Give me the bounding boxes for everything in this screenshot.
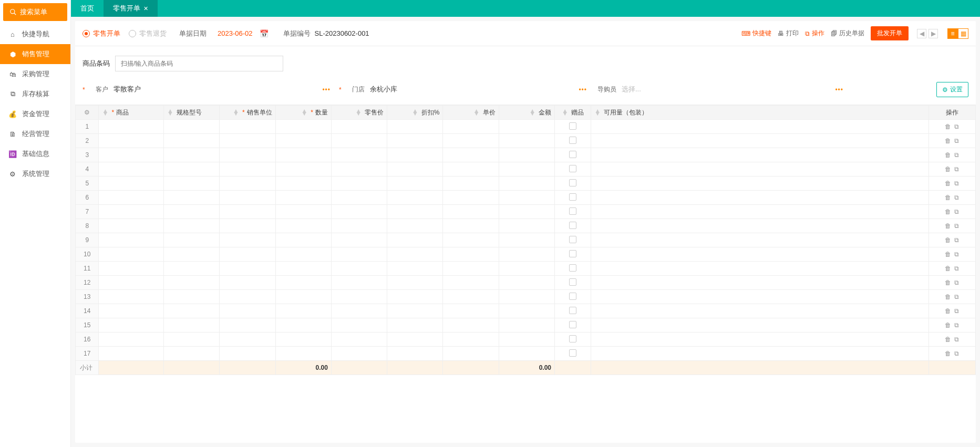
cell-retail[interactable] [331, 347, 387, 361]
cell-qty[interactable] [275, 205, 331, 219]
cell-qty[interactable] [275, 176, 331, 191]
cell-available[interactable] [591, 276, 929, 290]
cell-amount[interactable] [499, 318, 554, 332]
cell-qty[interactable] [275, 262, 331, 276]
cell-qty[interactable] [275, 191, 331, 205]
cell-gift[interactable] [555, 162, 591, 176]
cell-discount[interactable] [387, 247, 443, 262]
copy-row-icon[interactable]: ⧉ [954, 279, 959, 286]
search-menu-button[interactable]: 搜索菜单 [3, 3, 67, 21]
cell-qty[interactable] [275, 148, 331, 162]
cell-available[interactable] [591, 318, 929, 332]
delete-row-icon[interactable]: 🗑 [945, 336, 951, 343]
cell-unit[interactable] [220, 120, 275, 134]
cell-gift[interactable] [555, 176, 591, 191]
delete-row-icon[interactable]: 🗑 [945, 293, 951, 300]
table-row[interactable]: 5🗑⧉ [76, 176, 976, 191]
menu-item-6[interactable]: 🆔基础信息 [0, 144, 70, 164]
cell-gift[interactable] [555, 262, 591, 276]
cell-qty[interactable] [275, 120, 331, 134]
tab-0[interactable]: 首页 [71, 0, 104, 17]
cell-amount[interactable] [499, 276, 554, 290]
cell-available[interactable] [591, 134, 929, 148]
gift-checkbox[interactable] [569, 321, 576, 328]
prev-record-button[interactable]: ◀ [917, 29, 926, 38]
th-qty[interactable]: ▲▼*数量 [275, 106, 331, 120]
cell-product[interactable] [99, 219, 164, 233]
cell-amount[interactable] [499, 219, 554, 233]
store-more-icon[interactable]: ••• [574, 86, 591, 93]
gift-checkbox[interactable] [569, 151, 576, 158]
cell-unit[interactable] [220, 233, 275, 247]
cell-discount[interactable] [387, 148, 443, 162]
radio-1[interactable]: 零售退货 [129, 29, 167, 38]
th-product[interactable]: ▲▼*商品 [99, 106, 164, 120]
cell-available[interactable] [591, 304, 929, 318]
cell-spec[interactable] [164, 148, 220, 162]
cell-uprice[interactable] [443, 347, 499, 361]
gift-checkbox[interactable] [569, 193, 576, 201]
cell-retail[interactable] [331, 134, 387, 148]
table-row[interactable]: 14🗑⧉ [76, 304, 976, 318]
cell-unit[interactable] [220, 162, 275, 176]
cell-product[interactable] [99, 247, 164, 262]
cell-retail[interactable] [331, 176, 387, 191]
cell-spec[interactable] [164, 247, 220, 262]
cell-qty[interactable] [275, 318, 331, 332]
customer-field[interactable]: * 客户 零散客户 ••• [82, 82, 335, 97]
cell-unit[interactable] [220, 205, 275, 219]
delete-row-icon[interactable]: 🗑 [945, 151, 951, 159]
view-list-button[interactable]: ≡ [947, 28, 958, 39]
table-row[interactable]: 8🗑⧉ [76, 219, 976, 233]
gift-checkbox[interactable] [569, 335, 576, 342]
th-retail[interactable]: ▲▼零售价 [331, 106, 387, 120]
cell-discount[interactable] [387, 276, 443, 290]
cell-discount[interactable] [387, 290, 443, 304]
cell-uprice[interactable] [443, 148, 499, 162]
copy-row-icon[interactable]: ⧉ [954, 208, 959, 215]
cell-product[interactable] [99, 191, 164, 205]
cell-qty[interactable] [275, 347, 331, 361]
cell-amount[interactable] [499, 304, 554, 318]
cell-uprice[interactable] [443, 276, 499, 290]
gift-checkbox[interactable] [569, 222, 576, 229]
cell-uprice[interactable] [443, 120, 499, 134]
cell-uprice[interactable] [443, 162, 499, 176]
cell-spec[interactable] [164, 262, 220, 276]
delete-row-icon[interactable]: 🗑 [945, 222, 951, 230]
table-row[interactable]: 17🗑⧉ [76, 347, 976, 361]
table-row[interactable]: 7🗑⧉ [76, 205, 976, 219]
cell-unit[interactable] [220, 347, 275, 361]
cell-spec[interactable] [164, 219, 220, 233]
delete-row-icon[interactable]: 🗑 [945, 137, 951, 144]
radio-0[interactable]: 零售开单 [82, 29, 120, 38]
cell-amount[interactable] [499, 134, 554, 148]
cell-spec[interactable] [164, 176, 220, 191]
cell-product[interactable] [99, 148, 164, 162]
tab-1[interactable]: 零售开单✕ [104, 0, 158, 17]
cell-spec[interactable] [164, 205, 220, 219]
copy-row-icon[interactable]: ⧉ [954, 307, 959, 315]
cell-product[interactable] [99, 205, 164, 219]
cell-available[interactable] [591, 332, 929, 347]
cell-uprice[interactable] [443, 219, 499, 233]
gift-checkbox[interactable] [569, 137, 576, 144]
cell-unit[interactable] [220, 134, 275, 148]
cell-unit[interactable] [220, 219, 275, 233]
cell-unit[interactable] [220, 304, 275, 318]
delete-row-icon[interactable]: 🗑 [945, 165, 951, 173]
cell-available[interactable] [591, 290, 929, 304]
cell-spec[interactable] [164, 276, 220, 290]
th-unit[interactable]: ▲▼*销售单位 [220, 106, 275, 120]
gift-checkbox[interactable] [569, 250, 576, 257]
cell-gift[interactable] [555, 233, 591, 247]
cell-unit[interactable] [220, 191, 275, 205]
gift-checkbox[interactable] [569, 264, 576, 272]
cell-discount[interactable] [387, 304, 443, 318]
cell-uprice[interactable] [443, 191, 499, 205]
cell-retail[interactable] [331, 247, 387, 262]
cell-gift[interactable] [555, 247, 591, 262]
cell-available[interactable] [591, 247, 929, 262]
shortcut-link[interactable]: ⌨ 快捷键 [741, 29, 771, 38]
menu-item-7[interactable]: ⚙系统管理 [0, 164, 70, 184]
